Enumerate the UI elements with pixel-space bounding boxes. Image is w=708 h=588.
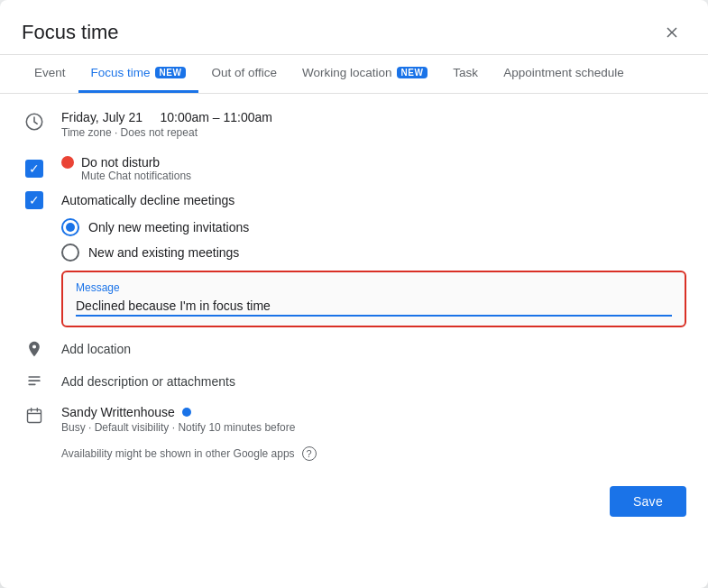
tab-out-of-office[interactable]: Out of office <box>198 55 290 93</box>
dialog-footer: Save <box>0 479 708 517</box>
message-label: Message <box>76 281 672 294</box>
calendar-name: Sandy Writtenhouse <box>61 405 686 419</box>
clock-icon <box>22 112 47 132</box>
availability-text: Availability might be shown in other Goo… <box>61 447 295 460</box>
dnd-row: ✓ Do not disturb Mute Chat notifications <box>22 155 686 182</box>
dnd-dot <box>61 156 74 169</box>
location-row[interactable]: Add location <box>22 340 686 358</box>
radio-only-new[interactable]: Only new meeting invitations <box>61 218 686 236</box>
datetime-line: Friday, July 21 10:00am – 11:00am <box>61 110 686 124</box>
svg-rect-4 <box>28 409 41 422</box>
message-input[interactable] <box>76 299 672 317</box>
svg-rect-1 <box>28 376 40 378</box>
decline-label: Automatically decline meetings <box>61 193 234 207</box>
tabs-bar: Event Focus time NEW Out of office Worki… <box>0 55 708 94</box>
description-row[interactable]: Add description or attachments <box>22 372 686 390</box>
location-icon <box>22 340 47 358</box>
radio-new-existing-label: New and existing meetings <box>88 245 239 260</box>
dnd-checkbox[interactable]: ✓ <box>22 160 47 178</box>
dialog: Focus time Event Focus time NEW Out of o… <box>0 0 708 588</box>
help-icon[interactable]: ? <box>302 446 317 461</box>
datetime-content: Friday, July 21 10:00am – 11:00am Time z… <box>61 110 686 139</box>
dialog-header: Focus time <box>0 0 708 55</box>
tab-appointment-schedule[interactable]: Appointment schedule <box>491 55 637 93</box>
dnd-content: Do not disturb Mute Chat notifications <box>61 155 191 182</box>
description-label: Add description or attachments <box>61 374 235 389</box>
save-button[interactable]: Save <box>610 486 686 517</box>
tab-focus-time[interactable]: Focus time NEW <box>78 55 199 93</box>
location-label: Add location <box>61 342 131 356</box>
availability-row: Availability might be shown in other Goo… <box>61 446 686 461</box>
calendar-sub: Busy · Default visibility · Notify 10 mi… <box>61 421 686 434</box>
content-area: Friday, July 21 10:00am – 11:00am Time z… <box>0 94 708 461</box>
tab-event[interactable]: Event <box>22 55 78 93</box>
decline-row: ✓ Automatically decline meetings <box>22 191 686 209</box>
calendar-dot <box>182 408 191 417</box>
dnd-sub: Mute Chat notifications <box>81 170 191 182</box>
dnd-label: Do not disturb <box>61 155 191 170</box>
radio-inner <box>66 223 75 232</box>
svg-rect-3 <box>28 384 35 386</box>
radio-outer-selected <box>61 218 79 236</box>
radio-new-existing[interactable]: New and existing meetings <box>61 243 686 262</box>
datetime-sub: Time zone · Does not repeat <box>61 126 686 139</box>
message-box: Message <box>61 271 686 327</box>
description-icon <box>22 372 47 390</box>
datetime-row: Friday, July 21 10:00am – 11:00am Time z… <box>22 110 686 139</box>
calendar-content: Sandy Writtenhouse Busy · Default visibi… <box>61 405 686 434</box>
radio-only-new-label: Only new meeting invitations <box>88 220 249 234</box>
svg-rect-2 <box>28 380 40 381</box>
radio-group: Only new meeting invitations New and exi… <box>61 218 686 262</box>
calendar-icon <box>22 407 47 425</box>
tab-working-location[interactable]: Working location NEW <box>290 55 440 93</box>
radio-outer-empty <box>61 243 79 262</box>
tab-task[interactable]: Task <box>440 55 491 93</box>
focus-time-new-badge: NEW <box>155 67 187 78</box>
working-location-new-badge: NEW <box>397 67 428 78</box>
close-button[interactable] <box>657 18 686 47</box>
dialog-title: Focus time <box>22 21 119 44</box>
calendar-row: Sandy Writtenhouse Busy · Default visibi… <box>22 405 686 434</box>
close-icon <box>664 24 680 41</box>
decline-checkbox[interactable]: ✓ <box>22 191 47 209</box>
